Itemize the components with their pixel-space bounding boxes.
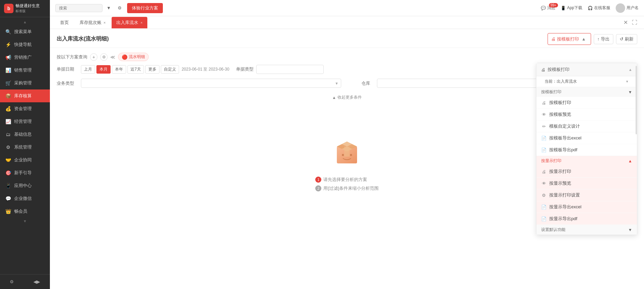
filter-settings-btn[interactable]: ⚙ bbox=[100, 53, 108, 61]
dp-section-default-label: 设置默认功能 bbox=[541, 227, 565, 233]
tab-flow-label: 出入库流水 bbox=[116, 20, 138, 26]
sidebar-item-operations[interactable]: 📈 经营管理 bbox=[0, 115, 50, 128]
dp-section-template[interactable]: 按模板打印 ▼ bbox=[536, 87, 637, 97]
tab-batch-account-close[interactable]: × bbox=[104, 21, 106, 25]
dp-template-excel-label: 按模板导出excel bbox=[549, 135, 581, 141]
dp-display-settings[interactable]: ⚙ 按显示打印设置 bbox=[536, 189, 637, 201]
dp-display-preview[interactable]: 👁 按显示预览 bbox=[536, 178, 637, 189]
sidebar-item-newbie[interactable]: 🎯 新手引导 bbox=[0, 166, 50, 179]
sidebar-item-quick-nav[interactable]: ⚡ 快捷导航 bbox=[0, 38, 50, 51]
sidebar-item-wechat[interactable]: 💬 企业微信 bbox=[0, 192, 50, 205]
dp-template-custom[interactable]: ✏ 模板自定义设计 bbox=[536, 121, 637, 132]
avatar bbox=[616, 3, 625, 13]
refresh-btn[interactable]: ↺ 刷新 bbox=[616, 34, 637, 44]
sidebar-settings-btn[interactable]: ⚙ bbox=[6, 277, 17, 286]
app-download-btn[interactable]: 📱 App下载 bbox=[561, 5, 582, 11]
app-download-icon: 📱 bbox=[561, 6, 566, 10]
filter-tag-liushui[interactable]: 🔴 流水明细 bbox=[118, 53, 149, 61]
dp-template-custom-icon: ✏ bbox=[541, 124, 547, 129]
print-template-label: 按模板打印 bbox=[557, 36, 579, 42]
sidebar-item-sales[interactable]: 📊 销售管理 bbox=[0, 64, 50, 77]
date-btn-this-year[interactable]: 本年 bbox=[112, 65, 126, 74]
sidebar-label-operations: 经营管理 bbox=[14, 119, 32, 125]
sidebar-label-basics: 基础信息 bbox=[14, 131, 32, 137]
sidebar-item-search[interactable]: 🔍 搜索菜单 bbox=[0, 25, 50, 38]
dp-current-chevron[interactable]: ▼ bbox=[625, 80, 629, 83]
dp-section-default[interactable]: 设置默认功能 ▼ bbox=[536, 225, 637, 235]
message-icon: 💬 bbox=[541, 6, 546, 10]
sidebar-label-apps: 应用中心 bbox=[14, 183, 32, 189]
tip-item-2: 2 用[过滤]条件来缩小分析范围 bbox=[315, 184, 378, 193]
dp-display-print[interactable]: 🖨 按显示打印 bbox=[536, 166, 637, 178]
page-title: 出入库流水(流水明细) bbox=[57, 35, 109, 43]
date-range-display: 2023-06-01 至 2023-06-30 bbox=[182, 67, 229, 72]
dp-display-print-label: 按显示打印 bbox=[549, 168, 571, 175]
type-select[interactable] bbox=[256, 65, 324, 74]
topbar-search-input[interactable] bbox=[55, 4, 103, 12]
wechat-icon: 💬 bbox=[5, 196, 11, 201]
message-btn[interactable]: 💬 消息 99+ bbox=[541, 5, 555, 11]
dp-template-export-pdf[interactable]: 📄 按模板导出pdf bbox=[536, 144, 637, 156]
dp-display-export-excel[interactable]: 📄 按显示导出excel bbox=[536, 201, 637, 213]
tab-home[interactable]: 首页 bbox=[55, 17, 74, 28]
date-btn-last-month[interactable]: 上月 bbox=[81, 65, 95, 74]
print-template-btn[interactable]: 🖨 按模板打印 ▲ bbox=[548, 33, 591, 45]
business-select[interactable] bbox=[81, 79, 341, 88]
tab-bar-expand-btn[interactable]: ⛶ bbox=[631, 19, 639, 26]
search-dropdown-btn[interactable]: ▼ bbox=[105, 4, 112, 12]
marketing-icon: 📢 bbox=[5, 55, 11, 60]
main-area: ▼ ⚙ 体验行业方案 💬 消息 99+ 📱 App下载 🎧 在线客服 用户名 bbox=[50, 0, 644, 289]
sidebar-item-cooperation[interactable]: 🤝 企业协同 bbox=[0, 154, 50, 166]
sidebar-item-basics[interactable]: 🗂 基础信息 bbox=[0, 128, 50, 141]
dp-header-chevron[interactable]: ▲ bbox=[628, 68, 632, 72]
dp-display-settings-label: 按显示打印设置 bbox=[549, 192, 580, 198]
date-btn-this-month[interactable]: 本月 bbox=[96, 65, 111, 74]
dp-display-pdf-label: 按显示导出pdf bbox=[549, 216, 577, 222]
tab-bar-close-btn[interactable]: ✕ bbox=[622, 19, 629, 26]
online-service-btn[interactable]: 🎧 在线客服 bbox=[588, 5, 610, 11]
tab-flow-close[interactable]: × bbox=[140, 21, 142, 25]
dp-template-preview[interactable]: 👁 按模板预览 bbox=[536, 109, 637, 121]
dp-display-export-pdf[interactable]: 📄 按显示导出pdf bbox=[536, 213, 637, 225]
dp-scrollbar[interactable] bbox=[636, 63, 637, 235]
tab-batch-account[interactable]: 库存批次账 × bbox=[75, 17, 110, 28]
search-nav-icon: 🔍 bbox=[5, 29, 11, 34]
tab-flow[interactable]: 出入库流水 × bbox=[112, 17, 147, 28]
type-filter-group: 单据类型 ▼ ··· bbox=[236, 65, 587, 74]
dp-display-excel-label: 按显示导出excel bbox=[549, 204, 581, 210]
print-chevron-icon[interactable]: ▲ bbox=[580, 35, 587, 43]
dp-template-preview-icon: 👁 bbox=[541, 112, 547, 117]
user-avatar-btn[interactable]: 用户名 bbox=[616, 3, 639, 13]
dp-template-pdf-label: 按模板导出pdf bbox=[549, 147, 577, 153]
sidebar-item-inventory[interactable]: 📦 库存核算 bbox=[0, 89, 50, 102]
date-btn-7days[interactable]: 近7天 bbox=[127, 65, 144, 74]
export-btn[interactable]: ↑ 导出 bbox=[594, 34, 614, 44]
dp-template-export-excel[interactable]: 📄 按模板导出excel bbox=[536, 132, 637, 144]
dp-template-print[interactable]: 🖨 按模板打印 bbox=[536, 97, 637, 109]
sales-icon: 📊 bbox=[5, 68, 11, 73]
dp-display-preview-label: 按显示预览 bbox=[549, 180, 571, 186]
sidebar-item-marketing[interactable]: 📢 营销推广 bbox=[0, 51, 50, 64]
sidebar-item-member[interactable]: 👑 畅会员 bbox=[0, 205, 50, 218]
scroll-up-indicator: ▲ bbox=[0, 19, 50, 25]
sidebar-label-quick: 快捷导航 bbox=[14, 42, 32, 48]
sidebar-collapse-btn[interactable]: ◀▶ bbox=[30, 277, 43, 286]
sidebar-label-wechat: 企业微信 bbox=[14, 195, 32, 202]
quick-nav-icon: ⚡ bbox=[5, 42, 11, 47]
date-btn-more[interactable]: 更多 bbox=[145, 65, 159, 74]
industry-solution-btn[interactable]: 体验行业方案 bbox=[127, 3, 163, 13]
topbar-settings-icon[interactable]: ⚙ bbox=[115, 3, 124, 13]
dp-section-display[interactable]: 按显示打印 ▲ bbox=[536, 156, 637, 166]
date-btn-custom[interactable]: 自定义 bbox=[161, 65, 179, 74]
dp-header-left: 🖨 按模板打印 bbox=[541, 67, 569, 73]
business-select-wrap: ▼ bbox=[81, 79, 341, 88]
sidebar-item-system[interactable]: ⚙ 系统管理 bbox=[0, 141, 50, 154]
add-filter-btn[interactable]: + bbox=[90, 53, 97, 61]
sidebar-item-finance[interactable]: 💰 资金管理 bbox=[0, 102, 50, 115]
print-dropdown-panel: 🖨 按模板打印 ▲ 当前：出入库流水 ▼ 按模板打印 ▼ 🖨 bbox=[536, 63, 637, 235]
sidebar-item-apps[interactable]: 📱 应用中心 bbox=[0, 179, 50, 192]
dp-template-pdf-icon: 📄 bbox=[541, 148, 547, 153]
filter-collapse-btn[interactable]: ≪ bbox=[110, 54, 115, 60]
sidebar-label-member: 畅会员 bbox=[14, 208, 27, 214]
sidebar-item-purchase[interactable]: 🛒 采购管理 bbox=[0, 77, 50, 89]
